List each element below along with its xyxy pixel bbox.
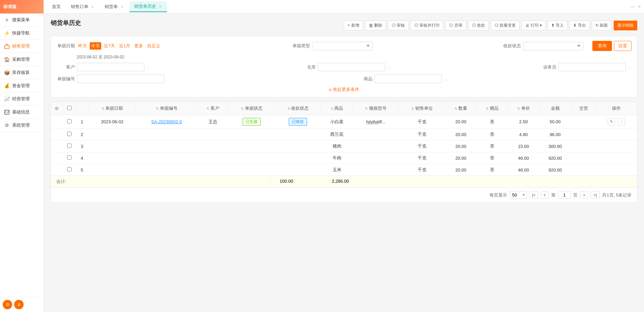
- print-button[interactable]: 🖨 打印 ▾: [522, 21, 545, 30]
- page-input[interactable]: 1: [558, 191, 570, 199]
- tab-home[interactable]: 首页: [47, 2, 65, 12]
- salesperson-input[interactable]: [558, 63, 626, 71]
- add-button[interactable]: + 新增: [344, 21, 363, 30]
- row-checkbox[interactable]: [67, 119, 72, 124]
- th-customer[interactable]: ⇅ 客户: [197, 102, 229, 115]
- shortcut-yesterday[interactable]: 昨天: [77, 42, 88, 50]
- th-unit-price[interactable]: ⇅ 单价: [508, 102, 539, 115]
- doc-type-select[interactable]: [312, 42, 373, 50]
- th-settings[interactable]: ⚙: [51, 102, 63, 115]
- doc-no-input[interactable]: [77, 75, 165, 83]
- audit-print-button[interactable]: ◎ 审核并打印: [411, 21, 443, 30]
- td-action: [596, 152, 637, 164]
- shortcut-today[interactable]: 今天: [90, 42, 101, 50]
- tab-sales-history-close[interactable]: ×: [158, 4, 162, 9]
- sidebar-item-quick-nav[interactable]: ⚡ 快捷导航: [0, 27, 44, 40]
- goods-dot[interactable]: ...: [444, 76, 448, 81]
- more-button[interactable]: ⋮: [618, 118, 625, 126]
- th-gift[interactable]: ⇅ 赠品: [476, 102, 508, 115]
- th-doc-date[interactable]: ⇅ 单据日期: [89, 102, 136, 115]
- tab-sales-history-label: 销货单历史: [134, 3, 156, 9]
- td-doc-no[interactable]: SA-20230602-0: [136, 115, 197, 129]
- sidebar-item-basic-info[interactable]: EA 基础信息: [0, 106, 44, 119]
- query-button[interactable]: 查询: [592, 41, 612, 51]
- collapse-label: 收起更多条件: [333, 86, 359, 93]
- page-label-before: 第: [551, 192, 556, 198]
- sidebar-bottom-btn-settings[interactable]: ⚙: [3, 300, 12, 309]
- warehouse-input[interactable]: [318, 63, 385, 71]
- tab-sales-history[interactable]: 销货单历史 ×: [130, 1, 167, 12]
- td-doc-no[interactable]: [136, 140, 197, 152]
- collapse-button[interactable]: ∧ 收起更多条件: [56, 86, 632, 93]
- page-next-button[interactable]: >: [580, 191, 588, 199]
- sidebar-item-funds-mgmt[interactable]: 💰 资金管理: [0, 79, 44, 93]
- sidebar-bottom-btn-pause[interactable]: ⏸: [14, 300, 24, 309]
- window-min-icon[interactable]: —: [630, 4, 635, 9]
- row-checkbox[interactable]: [67, 155, 72, 160]
- page-first-button[interactable]: |<: [529, 191, 538, 199]
- td-check[interactable]: [63, 140, 75, 152]
- shortcut-7days[interactable]: 近7天: [103, 42, 116, 50]
- page-size-select[interactable]: 10 20 50 100: [510, 191, 527, 199]
- collect-status-badge: 已收款: [289, 118, 307, 126]
- sidebar-item-sales-mgmt[interactable]: 销售管理: [0, 40, 44, 53]
- select-all-checkbox[interactable]: [67, 106, 72, 110]
- td-check[interactable]: [63, 115, 75, 129]
- row-checkbox[interactable]: [67, 132, 72, 136]
- audit-button[interactable]: ◎ 审核: [388, 21, 409, 30]
- page-prev-button[interactable]: <: [541, 191, 549, 199]
- th-collect-status[interactable]: ⇅ 收款状态: [275, 102, 321, 115]
- show-detail-button[interactable]: 显示明细: [614, 21, 637, 30]
- shortcut-1month[interactable]: 近1月: [118, 42, 132, 50]
- goods-input[interactable]: [374, 75, 442, 83]
- th-doc-status[interactable]: ⇅ 单据状态: [229, 102, 275, 115]
- window-close-icon[interactable]: ×: [638, 4, 641, 9]
- th-spec-type[interactable]: ⇅ 规格型号: [353, 102, 399, 115]
- summary-row: 合计: 100.00 2,286.00: [51, 176, 637, 187]
- td-doc-no[interactable]: [136, 164, 197, 176]
- batch-change-button[interactable]: ◎ 批量变更: [491, 21, 520, 30]
- tab-sales-goods[interactable]: 销货单 ×: [100, 2, 129, 12]
- sidebar-item-ops-mgmt[interactable]: 📈 经营管理: [0, 93, 44, 106]
- shortcut-custom[interactable]: 自定义: [146, 42, 162, 50]
- sidebar-item-purchase-mgmt[interactable]: 🏠 采购管理: [0, 53, 44, 66]
- th-qty[interactable]: ⇅ 数量: [445, 102, 477, 115]
- warehouse-dot[interactable]: ...: [387, 64, 391, 70]
- td-check[interactable]: [63, 152, 75, 164]
- delete-button[interactable]: 🗑 删除: [365, 21, 386, 30]
- row-checkbox[interactable]: [67, 167, 72, 172]
- th-check[interactable]: [63, 102, 75, 115]
- refresh-button[interactable]: ↻ 刷新: [592, 21, 612, 30]
- customer-input[interactable]: [77, 63, 144, 71]
- th-doc-no[interactable]: ⇅ 单据编号: [136, 102, 197, 115]
- import-button[interactable]: ⬆ 导入: [548, 21, 567, 30]
- salesperson-dot[interactable]: ...: [628, 64, 632, 70]
- tab-sales-order[interactable]: 销售订单 ×: [66, 2, 99, 12]
- sidebar-item-search-menu[interactable]: ≡ 搜索菜单: [0, 14, 44, 27]
- shortcut-more[interactable]: 更多: [133, 42, 144, 50]
- settings-button[interactable]: 设置: [614, 41, 632, 51]
- td-check[interactable]: [63, 129, 75, 140]
- customer-dot[interactable]: ...: [146, 64, 150, 70]
- tab-sales-goods-close[interactable]: ×: [120, 4, 124, 9]
- row-checkbox[interactable]: [67, 144, 72, 148]
- th-sales-unit[interactable]: ⇅ 销售单位: [399, 102, 445, 115]
- discard-button[interactable]: ◎ 弃审: [445, 21, 466, 30]
- table-settings-icon[interactable]: ⚙: [55, 106, 59, 111]
- td-goods: 小白菜: [321, 115, 353, 129]
- export-button[interactable]: ⬇ 导出: [569, 21, 589, 30]
- td-doc-no[interactable]: [136, 152, 197, 164]
- tab-sales-order-close[interactable]: ×: [90, 4, 94, 9]
- td-doc-no[interactable]: [136, 129, 197, 140]
- sidebar-item-sys-mgmt[interactable]: ⚙ 系统管理: [0, 119, 44, 132]
- collect-status-select[interactable]: [523, 42, 584, 50]
- th-goods[interactable]: ⇅ 商品: [321, 102, 353, 115]
- filter-goods: 商品 ...: [354, 75, 448, 83]
- sidebar-item-inventory-calc[interactable]: 📦 库存核算: [0, 66, 44, 79]
- edit-button[interactable]: ✎: [608, 118, 615, 126]
- td-customer: [197, 152, 229, 164]
- td-sales-unit: 千克: [399, 129, 445, 140]
- collect-button[interactable]: ◎ 收款: [468, 21, 489, 30]
- page-last-button[interactable]: >|: [591, 191, 599, 199]
- td-check[interactable]: [63, 164, 75, 176]
